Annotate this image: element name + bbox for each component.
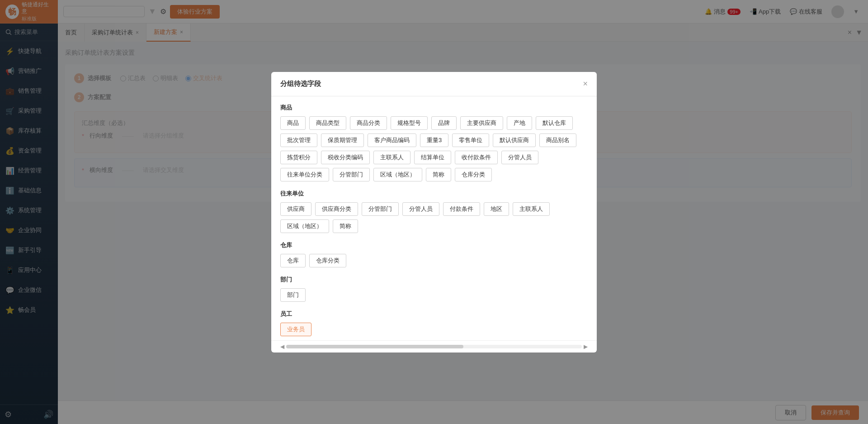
section-product: 商品 商品 商品类型 商品分类 规格型号 品牌 主要供应商 产地 默认仓库 批次… — [280, 104, 588, 181]
tag-payment-terms[interactable]: 收付款条件 — [455, 151, 498, 164]
tag-salesperson[interactable]: 业务员 — [280, 323, 311, 336]
tag-product[interactable]: 商品 — [280, 116, 306, 130]
scroll-left-button[interactable]: ◀ — [280, 343, 284, 350]
tag-batch-mgmt[interactable]: 批次管理 — [280, 133, 317, 147]
tag-short-name[interactable]: 简称 — [426, 168, 451, 181]
tag-short-name2[interactable]: 简称 — [333, 219, 358, 233]
tag-payment-cond[interactable]: 付款条件 — [443, 202, 480, 216]
tag-warehouse-cat[interactable]: 仓库分类 — [455, 168, 492, 181]
field-select-modal: 分组待选字段 × 商品 商品 商品类型 商品分类 规格型号 品牌 主要供应商 产… — [271, 72, 597, 353]
tag-customer-code[interactable]: 客户商品编码 — [368, 133, 416, 147]
tag-warehouse[interactable]: 仓库 — [280, 254, 306, 267]
section-warehouse-title: 仓库 — [280, 241, 588, 249]
section-dept-title: 部门 — [280, 276, 588, 284]
scroll-right-button[interactable]: ▶ — [584, 343, 588, 350]
tag-supplier[interactable]: 供应商 — [280, 202, 311, 216]
tag-settlement-unit[interactable]: 结算单位 — [414, 151, 451, 164]
section-counterparty-title: 往来单位 — [280, 190, 588, 198]
section-employee-title: 员工 — [280, 310, 588, 318]
tag-product-category[interactable]: 商品分类 — [350, 116, 387, 130]
warehouse-tags: 仓库 仓库分类 — [280, 254, 588, 267]
section-product-title: 商品 — [280, 104, 588, 112]
tag-main-supplier[interactable]: 主要供应商 — [460, 116, 503, 130]
dept-tags: 部门 — [280, 288, 588, 302]
section-employee: 员工 业务员 — [280, 310, 588, 336]
tag-weight3[interactable]: 重量3 — [420, 133, 448, 147]
tag-brand[interactable]: 品牌 — [431, 116, 457, 130]
tag-mgmt-dept2[interactable]: 分管部门 — [362, 202, 399, 216]
tag-default-supplier[interactable]: 默认供应商 — [493, 133, 536, 147]
section-warehouse: 仓库 仓库 仓库分类 — [280, 241, 588, 267]
tag-dept[interactable]: 部门 — [280, 288, 306, 302]
tag-spec-model[interactable]: 规格型号 — [391, 116, 428, 130]
tag-manager[interactable]: 分管人员 — [501, 151, 538, 164]
tag-area[interactable]: 地区 — [484, 202, 509, 216]
modal-scroll-bar: ◀ ▶ — [271, 340, 597, 353]
tag-mgmt-dept[interactable]: 分管部门 — [333, 168, 370, 181]
tag-shelf-life[interactable]: 保质期管理 — [321, 133, 364, 147]
tag-default-warehouse[interactable]: 默认仓库 — [536, 116, 573, 130]
modal-header: 分组待选字段 × — [271, 72, 597, 96]
product-tags: 商品 商品类型 商品分类 规格型号 品牌 主要供应商 产地 默认仓库 批次管理 … — [280, 116, 588, 181]
modal-title: 分组待选字段 — [280, 80, 321, 88]
tag-tax-code[interactable]: 税收分类编码 — [321, 151, 370, 164]
tag-origin[interactable]: 产地 — [507, 116, 532, 130]
modal-body: 商品 商品 商品类型 商品分类 规格型号 品牌 主要供应商 产地 默认仓库 批次… — [271, 96, 597, 340]
employee-tags: 业务员 — [280, 323, 588, 336]
counterparty-tags: 供应商 供应商分类 分管部门 分管人员 付款条件 地区 主联系人 区域（地区） … — [280, 202, 588, 233]
tag-pickup-points[interactable]: 拣货积分 — [280, 151, 317, 164]
modal-overlay[interactable]: 分组待选字段 × 商品 商品 商品类型 商品分类 规格型号 品牌 主要供应商 产… — [0, 0, 868, 424]
tag-region-area[interactable]: 区域（地区） — [373, 168, 422, 181]
modal-close-button[interactable]: × — [583, 79, 588, 89]
tag-region2[interactable]: 区域（地区） — [280, 219, 329, 233]
tag-main-contact[interactable]: 主联系人 — [373, 151, 410, 164]
tag-main-contact2[interactable]: 主联系人 — [513, 202, 550, 216]
tag-mgmt-staff[interactable]: 分管人员 — [402, 202, 439, 216]
tag-warehouse-category[interactable]: 仓库分类 — [309, 254, 346, 267]
tag-product-type[interactable]: 商品类型 — [309, 116, 346, 130]
tag-supplier-category[interactable]: 供应商分类 — [315, 202, 358, 216]
tag-from-unit-cat[interactable]: 往来单位分类 — [280, 168, 329, 181]
section-department: 部门 部门 — [280, 276, 588, 302]
section-counterparty: 往来单位 供应商 供应商分类 分管部门 分管人员 付款条件 地区 主联系人 区域… — [280, 190, 588, 233]
scroll-track[interactable] — [286, 345, 582, 348]
tag-retail-unit[interactable]: 零售单位 — [452, 133, 489, 147]
tag-product-alias[interactable]: 商品别名 — [539, 133, 576, 147]
scroll-thumb — [286, 345, 463, 348]
